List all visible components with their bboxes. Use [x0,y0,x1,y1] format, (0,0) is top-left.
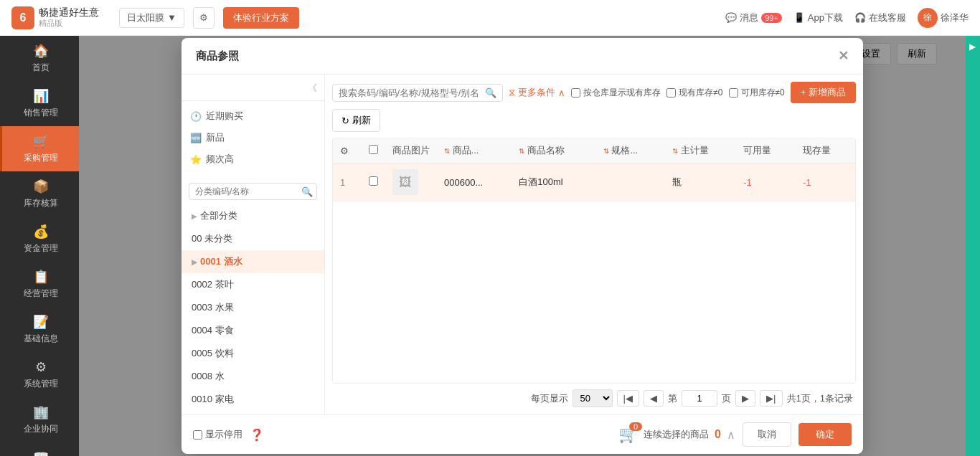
sidebar-item-basic[interactable]: 📝 基础信息 [0,307,79,352]
cancel-button[interactable]: 取消 [743,422,791,447]
gear-button[interactable]: ⚙ [193,7,215,29]
sidebar-item-inventory[interactable]: 📦 库存核算 [0,171,79,217]
cat-item-0002[interactable]: 0002 茶叶 [182,273,324,296]
brand-selector[interactable]: 日太阳膜 ▼ [119,8,184,28]
sidebar-label-basic: 基础信息 [24,333,58,345]
messages-item[interactable]: 💬 消息 99+ [725,11,782,24]
cat-quick-recent[interactable]: 🕐 近期购买 [182,105,324,127]
row-checkbox [362,163,385,201]
cat-item-0001[interactable]: ▶ 0001 酒水 [182,250,324,273]
product-modal: 商品参照 ✕ 《 🕐 近期购买 [182,38,863,454]
collapse-up-icon[interactable]: ∧ [727,428,735,442]
enterprise-icon: 🏢 [33,404,49,420]
table: ⚙ 商品图片 ⇅ 商品... [333,138,855,201]
sidebar-item-sales[interactable]: 📊 销售管理 [0,81,79,126]
cat-item-0003[interactable]: 0003 水果 [182,296,324,319]
headset-icon: 🎧 [854,12,866,23]
checkbox-available-nonzero[interactable]: 现有库存≠0 [666,87,722,99]
search-input[interactable] [339,87,482,98]
nav-right: 💬 消息 99+ 📱 App下载 🎧 在线客服 徐 徐泽华 [725,8,969,28]
pagination-bar: 每页显示 50 100 200 |◀ ◀ 第 页 ▶ [332,384,856,407]
system-icon: ⚙ [35,359,47,375]
sort-icon-unit: ⇅ [672,147,678,155]
page-input[interactable] [682,390,717,407]
checkbox-available-nonzero-input[interactable] [666,88,676,98]
show-disabled-input[interactable] [193,430,202,440]
sort-icon-spec: ⇅ [603,147,609,155]
cat-search-input[interactable] [189,183,317,200]
logo-text: 畅捷通好生意 [39,6,99,19]
message-badge: 99+ [761,13,782,23]
checkbox-usable-nonzero-input[interactable] [729,88,738,98]
sidebar-item-finance[interactable]: 💰 资金管理 [0,217,79,262]
modal-close-button[interactable]: ✕ [838,48,849,64]
search-bar: 🔍 ⧖ 更多条件 ∧ 按仓库显示现有库存 [332,82,856,132]
first-page-button[interactable]: |◀ [617,390,639,407]
right-panel: ▶ [966,36,980,456]
trial-button[interactable]: 体验行业方案 [223,7,299,29]
sidebar-label-inventory: 库存核算 [24,197,58,209]
checkbox-by-warehouse[interactable]: 按仓库显示现有库存 [571,87,661,99]
cat-quick-new[interactable]: 🆕 新品 [182,127,324,148]
col-name-header: ⇅ 商品名称 [512,138,596,163]
help-icon[interactable]: ❓ [250,428,264,442]
sidebar-label-home: 首页 [32,62,50,74]
refresh-button[interactable]: ↻ 刷新 [332,109,380,132]
cart-icon-wrap: 🛒 0 [618,425,638,444]
right-panel-toggle[interactable]: ▶ [968,42,978,52]
prev-page-button[interactable]: ◀ [644,390,664,407]
refresh-icon: ↻ [341,115,349,126]
cat-item-0004[interactable]: 0004 零食 [182,319,324,342]
star-icon: ⭐ [190,154,202,165]
navbar: 6 畅捷通好生意 精品版 日太阳膜 ▼ ⚙ 体验行业方案 💬 消息 99+ 📱 … [0,0,980,36]
row-unit: 瓶 [665,163,736,201]
sidebar-item-home[interactable]: 🏠 首页 [0,36,79,81]
online-service-item[interactable]: 🎧 在线客服 [854,11,906,24]
cat-search: 🔍 [189,183,317,200]
next-page-button[interactable]: ▶ [735,390,755,407]
checkbox-by-warehouse-input[interactable] [571,88,580,98]
cat-tree: ▶ 全部分类 00 未分类 ▶ 0001 酒水 0002 茶 [182,204,324,411]
cat-item-all[interactable]: ▶ 全部分类 [182,204,324,227]
cat-collapse-icon[interactable]: 《 [308,82,317,95]
guide-icon: 📖 [33,450,49,456]
filter-more-button[interactable]: ⧖ 更多条件 ∧ [509,86,565,99]
sidebar-item-system[interactable]: ⚙ 系统管理 [0,352,79,397]
cat-item-00[interactable]: 00 未分类 [182,227,324,250]
show-disabled-checkbox[interactable]: 显示停用 [193,428,242,441]
col-unit-header: ⇅ 主计量 [665,138,736,163]
selected-text: 连续选择的商品 [644,428,709,441]
per-page-label: 每页显示 [531,392,568,405]
add-product-button[interactable]: + 新增商品 [791,82,856,103]
table-row[interactable]: 1 🖼 000600... 白酒100ml [333,163,855,201]
col-checkbox [362,138,385,163]
sidebar-item-operations[interactable]: 📋 经营管理 [0,262,79,307]
table-body: 1 🖼 000600... 白酒100ml [333,163,855,201]
row-select-checkbox[interactable] [369,176,378,186]
content-area: 查询 设置 刷新 商品参照 ✕ 《 [79,36,966,456]
search-icon: 🔍 [485,87,496,98]
select-all-checkbox[interactable] [369,145,378,154]
confirm-button[interactable]: 确定 [798,423,852,446]
per-page-select[interactable]: 50 100 200 [573,389,613,407]
sidebar-item-enterprise[interactable]: 🏢 企业协同 [0,397,79,442]
cat-panel-top: 《 [182,82,324,101]
cat-quick-frequent[interactable]: ⭐ 频次高 [182,148,324,170]
checkbox-usable-nonzero[interactable]: 可用库存≠0 [729,87,785,99]
app-download-item[interactable]: 📱 App下载 [793,11,843,24]
col-settings-icon[interactable]: ⚙ [340,146,349,156]
table-header: ⚙ 商品图片 ⇅ 商品... [333,138,855,163]
search-input-wrap: 🔍 [332,84,503,102]
row-spec [596,163,665,201]
sales-icon: 📊 [33,88,49,104]
cat-item-0005[interactable]: 0005 饮料 [182,342,324,365]
sort-icon-code: ⇅ [444,147,450,155]
sidebar-item-purchase[interactable]: 🛒 采购管理 [0,126,79,171]
cat-item-0008[interactable]: 0008 水 [182,365,324,388]
sidebar-label-sales: 销售管理 [24,107,58,119]
logo-sub: 精品版 [39,18,99,29]
cat-item-0010[interactable]: 0010 家电 [182,388,324,411]
sidebar-item-guide[interactable]: 📖 新手引导 [0,442,79,456]
last-page-button[interactable]: ▶| [760,390,782,407]
user-profile[interactable]: 徐 徐泽华 [918,8,969,28]
